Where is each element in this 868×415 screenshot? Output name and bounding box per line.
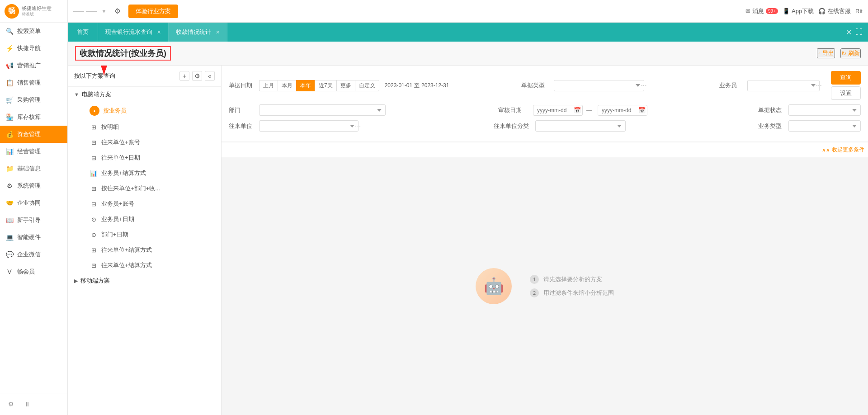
date-tab-thismonth[interactable]: 本月 — [278, 80, 296, 91]
marketing-icon: 📢 — [5, 61, 14, 70]
export-button[interactable]: ↑ 导出 — [817, 48, 835, 58]
sidebar-item-hardware[interactable]: 💻 智能硬件 — [0, 229, 67, 246]
partner-category-label: 往来单位分类 — [494, 122, 530, 130]
sidebar-item-guide[interactable]: 📖 新手引导 — [0, 212, 67, 229]
sidebar-item-sales[interactable]: 📋 销售管理 — [0, 74, 67, 91]
scheme-item-partner-settlement2[interactable]: ⊟ 往来单位+结算方式 — [75, 258, 221, 273]
hint-area: 🤖 1 请先选择要分析的方案 2 用过滤条件来缩小分析范 — [476, 268, 614, 304]
scheme-item-by-salesperson[interactable]: ● 按业务员 — [75, 102, 221, 119]
topbar-gear-btn[interactable]: ⚙ — [111, 5, 124, 18]
scheme-add-btn[interactable]: + — [179, 71, 189, 81]
sidebar-item-purchase[interactable]: 🛒 采购管理 — [0, 91, 67, 108]
inventory-icon: 🏪 — [5, 113, 14, 121]
scheme-item-partner-date[interactable]: ⊟ 往来单位+日期 — [75, 150, 221, 165]
refresh-button[interactable]: ↻ 刷新 — [840, 48, 861, 58]
date-tab-thisyear[interactable]: 本年 — [296, 80, 315, 91]
scheme-salesperson-account-icon: ⊟ — [90, 200, 98, 208]
tab-bank-flow-close[interactable]: ✕ — [157, 29, 161, 35]
scheme-dept-date-icon: ⊙ — [90, 231, 98, 239]
date-tab-custom[interactable]: 自定义 — [355, 80, 379, 91]
app-download-action[interactable]: 📱 App下载 — [783, 7, 814, 15]
scheme-item-partner-dept[interactable]: ⊟ 按往来单位+部门+收... — [75, 181, 221, 196]
hint-step-2-num: 2 — [530, 288, 539, 297]
scheme-item-salesperson-settlement[interactable]: 📊 业务员+结算方式 — [75, 165, 221, 181]
partner-more[interactable]: ··· — [355, 122, 361, 130]
sidebar-item-quicknav[interactable]: ⚡ 快捷导航 — [0, 40, 67, 57]
message-badge: 99+ — [766, 8, 778, 14]
salesperson-more[interactable]: ··· — [816, 81, 822, 90]
biz-type-label: 业务类型 — [758, 122, 783, 130]
review-date-label: 审核日期 — [498, 106, 528, 114]
doc-type-label: 单据类型 — [521, 81, 548, 90]
scheme-gear-icon: ⚙ — [194, 72, 200, 80]
scheme-collapse-btn[interactable]: « — [205, 71, 215, 81]
salesperson-select[interactable] — [747, 80, 820, 91]
scheme-settings-btn[interactable]: ⚙ — [192, 71, 202, 81]
review-date-to: 📅 — [598, 105, 646, 116]
partner-select[interactable] — [259, 120, 359, 132]
tab-collection[interactable]: 收款情况统计 ✕ — [169, 23, 227, 42]
sidebar-item-inventory[interactable]: 🏪 库存核算 — [0, 108, 67, 126]
scheme-item-detail[interactable]: ⊞ 按明细 — [75, 119, 221, 135]
active-scheme-badge: ● — [90, 106, 99, 116]
scheme-item-partner-account[interactable]: ⊟ 往来单位+账号 — [75, 135, 221, 150]
quicknav-icon: ⚡ — [5, 44, 14, 52]
tab-collection-close[interactable]: ✕ — [216, 29, 220, 35]
date-tab-more[interactable]: 更多 — [336, 80, 355, 91]
cal-from-icon[interactable]: 📅 — [574, 107, 581, 113]
dept-select[interactable] — [259, 104, 386, 116]
scheme-detail-icon: ⊞ — [90, 123, 98, 131]
scheme-item-salesperson-date[interactable]: ⊙ 业务员+日期 — [75, 212, 221, 227]
date-label: 单据日期 — [229, 81, 254, 90]
online-service-action[interactable]: 🎧 在线客服 — [818, 7, 851, 15]
scheme-desktop-items: ● 按业务员 ⊞ 按明细 ⊟ 往来单位+账号 — [68, 102, 221, 273]
refresh-icon: ↻ — [841, 50, 846, 57]
query-button[interactable]: 查询 — [831, 71, 861, 85]
scheme-item-dept-date[interactable]: ⊙ 部门+日期 — [75, 227, 221, 242]
scheme-group-desktop-header[interactable]: ▼ 电脑端方案 — [68, 87, 221, 102]
tab-bank-flow[interactable]: 现金银行流水查询 ✕ — [98, 23, 169, 42]
sidebar-item-finance[interactable]: 💰 资金管理 — [0, 126, 67, 143]
sidebar-item-mgmt[interactable]: 📊 经营管理 — [0, 143, 67, 160]
sidebar-collapse-btn[interactable]: ⏸ — [21, 398, 33, 410]
tab-expand-btn[interactable]: ⛶ — [855, 28, 863, 36]
sidebar-settings-btn[interactable]: ⚙ — [5, 398, 17, 410]
sidebar-item-marketing[interactable]: 📢 营销推广 — [0, 57, 67, 74]
date-tab-lastmonth[interactable]: 上月 — [259, 80, 278, 91]
sidebar-item-collab[interactable]: 🤝 企业协同 — [0, 194, 67, 212]
scheme-item-partner-settlement1[interactable]: ⊞ 往来单位+结算方式 — [75, 242, 221, 258]
sidebar-item-member[interactable]: V 畅会员 — [0, 263, 67, 280]
message-icon: ✉ — [745, 8, 750, 14]
user-name-action[interactable]: Rit — [855, 8, 863, 14]
breadcrumb: —— —— — [73, 8, 97, 14]
biz-type-select[interactable] — [788, 120, 861, 132]
tab-close-all-btn[interactable]: ✕ — [846, 28, 852, 37]
settings-button[interactable]: 设置 — [831, 86, 861, 100]
sidebar-item-search[interactable]: 🔍 搜索菜单 — [0, 23, 67, 40]
annotation-arrow — [86, 66, 140, 84]
sidebar-item-base[interactable]: 📁 基础信息 — [0, 160, 67, 177]
scheme-group-mobile-header[interactable]: ▶ 移动端方案 — [68, 273, 221, 288]
collab-icon: 🤝 — [5, 199, 14, 207]
cal-to-icon[interactable]: 📅 — [638, 107, 646, 113]
doc-status-select[interactable] — [788, 104, 861, 116]
partner-category-select[interactable] — [535, 120, 626, 132]
sidebar-footer: ⚙ ⏸ — [0, 393, 67, 415]
sidebar-item-system[interactable]: ⚙ 系统管理 — [0, 177, 67, 194]
filter-row-3: 往来单位 ··· 往来单位分类 业务类型 — [229, 120, 861, 132]
date-tab-7days[interactable]: 近7天 — [315, 80, 336, 91]
date-range: 2023-01-01 至 2023-12-31 — [385, 82, 449, 90]
tabs-bar: 首页 现金银行流水查询 ✕ 收款情况统计 ✕ ✕ ⛶ — [68, 23, 868, 42]
system-icon: ⚙ — [5, 182, 14, 190]
sidebar-item-wechat[interactable]: 💬 企业微信 — [0, 246, 67, 263]
doc-type-more[interactable]: ··· — [641, 81, 646, 90]
scheme-item-salesperson-account[interactable]: ⊟ 业务员+账号 — [75, 196, 221, 212]
tab-home[interactable]: 首页 — [68, 23, 98, 42]
trial-button[interactable]: 体验行业方案 — [128, 5, 178, 18]
collapse-btn[interactable]: ∧∧ 收起更多条件 — [822, 146, 864, 154]
message-action[interactable]: ✉ 消息 99+ — [745, 7, 778, 15]
scheme-partner-date-icon: ⊟ — [90, 154, 98, 162]
doc-type-select[interactable] — [554, 80, 644, 91]
scheme-group-mobile: ▶ 移动端方案 — [68, 273, 221, 288]
filter-row-2: 部门 审核日期 📅 — — [229, 104, 861, 116]
